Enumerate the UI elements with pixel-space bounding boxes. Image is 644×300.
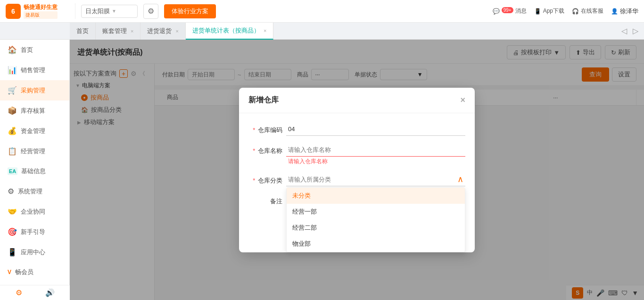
- name-label: * 仓库名称: [248, 143, 286, 155]
- sidebar: 🏠 首页 📊 销售管理 🛒 采购管理 📦 库存核算 💰 资金管理 📋 经营管理 …: [0, 40, 70, 300]
- category-input[interactable]: [288, 174, 455, 185]
- bottom-bar: ⚙ 🔊: [0, 285, 70, 300]
- category-field: ∧ 未分类 经营一部 经营二部 物业部: [286, 173, 465, 186]
- tab-prev-icon[interactable]: ◁: [619, 26, 629, 35]
- sidebar-item-app-center[interactable]: 📱 应用中心: [0, 242, 69, 262]
- app-logo-icon: 6: [6, 4, 21, 19]
- category-label: * 仓库分类: [248, 173, 286, 185]
- category-input-wrapper: ∧: [286, 173, 465, 186]
- logo-area: 6 畅捷通好生意 捷易版: [6, 3, 75, 19]
- inventory-icon: 📦: [8, 106, 17, 115]
- message-button[interactable]: 💬 99+ 消息: [493, 7, 527, 15]
- name-error-tip: 请输入仓库名称: [286, 158, 465, 166]
- main-layout: 🏠 首页 📊 销售管理 🛒 采购管理 📦 库存核算 💰 资金管理 📋 经营管理 …: [0, 40, 644, 300]
- store-selector-arrow: ▼: [112, 8, 116, 14]
- user-icon: 👤: [611, 8, 618, 15]
- app-center-icon: 📱: [8, 248, 17, 257]
- settings-button[interactable]: ⚙: [143, 4, 158, 19]
- app-badge: 捷易版: [24, 11, 58, 19]
- required-mark-code: *: [253, 126, 255, 133]
- purchase-icon: 🛒: [8, 86, 17, 95]
- sidebar-item-purchase[interactable]: 🛒 采购管理: [0, 80, 69, 100]
- sidebar-item-vip[interactable]: V 畅会员: [0, 262, 69, 282]
- tab-accounts-close[interactable]: ×: [131, 28, 133, 34]
- sidebar-item-guide[interactable]: 🎯 新手引导: [0, 222, 69, 242]
- store-name: 日太阳膜: [85, 7, 110, 16]
- online-service-button[interactable]: 🎧 在线客服: [572, 7, 603, 15]
- sidebar-vip-label: 畅会员: [15, 268, 33, 276]
- dropdown-item-2[interactable]: 经营二部: [287, 220, 465, 236]
- tab-next-icon[interactable]: ▷: [631, 26, 640, 35]
- name-input[interactable]: [286, 143, 465, 157]
- tab-home[interactable]: 首页: [70, 23, 96, 40]
- sidebar-system-label: 系统管理: [18, 187, 42, 196]
- code-field: [286, 123, 465, 136]
- sales-icon: 📊: [8, 66, 17, 75]
- modal-body: * 仓库编码 * 仓库名称: [239, 113, 475, 224]
- modal-overlay: 新增仓库 × * 仓库编码: [70, 40, 644, 300]
- tab-accounts-label: 账套管理: [102, 27, 127, 35]
- cooperation-icon: 🤝: [8, 207, 17, 216]
- sidebar-operation-label: 经营管理: [21, 147, 45, 156]
- tab-bar: 首页 账套管理 × 进货退货 × 进货单统计表（按商品） × ◁ ▷: [0, 23, 644, 40]
- sidebar-sales-label: 销售管理: [21, 66, 45, 75]
- sidebar-item-cooperation[interactable]: 🤝 企业协同: [0, 201, 69, 222]
- dropdown-item-0[interactable]: 未分类: [287, 188, 465, 204]
- form-row-category: * 仓库分类 ∧ 未分类 经营一部 经: [248, 173, 465, 186]
- sidebar-cooperation-label: 企业协同: [21, 208, 45, 216]
- top-header: 6 畅捷通好生意 捷易版 日太阳膜 ▼ ⚙ 体验行业方案 💬 99+ 消息 📱 …: [0, 0, 644, 23]
- home-icon: 🏠: [8, 45, 17, 54]
- user-name: 徐泽华: [620, 7, 638, 16]
- sidebar-item-system[interactable]: ⚙ 系统管理: [0, 181, 69, 201]
- app-name-block: 畅捷通好生意 捷易版: [24, 3, 58, 19]
- tab-purchase-stats-label: 进货单统计表（按商品）: [192, 26, 260, 35]
- required-mark-category: *: [253, 177, 255, 184]
- phone-icon: 📱: [534, 8, 541, 15]
- sidebar-home-label: 首页: [21, 46, 33, 54]
- headset-icon: 🎧: [572, 8, 579, 15]
- tab-purchase-stats[interactable]: 进货单统计表（按商品） ×: [186, 23, 273, 40]
- tab-purchase-return-label: 进货退货: [147, 27, 172, 35]
- category-toggle-button[interactable]: ∧: [457, 174, 463, 184]
- sidebar-item-operation[interactable]: 📋 经营管理: [0, 141, 69, 161]
- name-field: 请输入仓库名称: [286, 143, 465, 166]
- form-row-code: * 仓库编码: [248, 123, 465, 136]
- sidebar-item-home[interactable]: 🏠 首页: [0, 40, 69, 60]
- gear-icon: ⚙: [148, 7, 154, 16]
- app-download-button[interactable]: 📱 App下载: [534, 7, 564, 15]
- code-input[interactable]: [286, 123, 465, 136]
- store-selector[interactable]: 日太阳膜 ▼: [81, 5, 138, 18]
- required-mark-name: *: [253, 147, 255, 154]
- app-download-label: App下载: [543, 7, 564, 15]
- bottom-volume-icon[interactable]: 🔊: [45, 288, 55, 297]
- bottom-settings-icon[interactable]: ⚙: [16, 288, 22, 297]
- sidebar-guide-label: 新手引导: [21, 228, 45, 236]
- category-dropdown: 未分类 经营一部 经营二部 物业部: [286, 187, 465, 252]
- sidebar-item-inventory[interactable]: 📦 库存核算: [0, 100, 69, 121]
- sidebar-app-center-label: 应用中心: [21, 248, 45, 257]
- header-right: 💬 99+ 消息 📱 App下载 🎧 在线客服 👤 徐泽华: [493, 7, 638, 16]
- modal-header: 新增仓库 ×: [239, 88, 475, 113]
- user-profile[interactable]: 👤 徐泽华: [611, 7, 638, 16]
- dropdown-item-1[interactable]: 经营一部: [287, 204, 465, 220]
- tab-purchase-return[interactable]: 进货退货 ×: [140, 23, 185, 40]
- form-row-name: * 仓库名称 请输入仓库名称: [248, 143, 465, 166]
- modal-title: 新增仓库: [248, 95, 279, 105]
- sidebar-item-sales[interactable]: 📊 销售管理: [0, 60, 69, 80]
- trial-button[interactable]: 体验行业方案: [164, 4, 216, 18]
- tab-bar-right: ◁ ▷: [619, 26, 644, 35]
- add-warehouse-modal: 新增仓库 × * 仓库编码: [239, 88, 475, 252]
- sidebar-inventory-label: 库存核算: [21, 107, 45, 115]
- tab-purchase-return-close[interactable]: ×: [175, 28, 178, 34]
- tab-purchase-stats-close[interactable]: ×: [264, 28, 266, 33]
- message-icon: 💬: [493, 8, 500, 15]
- sidebar-item-basic-info[interactable]: EA 基础信息: [0, 161, 69, 181]
- message-badge: 99+: [502, 7, 513, 13]
- basic-info-icon: EA: [8, 167, 17, 175]
- modal-close-button[interactable]: ×: [460, 96, 465, 104]
- dropdown-item-3[interactable]: 物业部: [287, 236, 465, 252]
- sidebar-item-finance[interactable]: 💰 资金管理: [0, 121, 69, 141]
- sidebar-basic-info-label: 基础信息: [21, 167, 46, 175]
- tab-accounts[interactable]: 账套管理 ×: [96, 23, 140, 40]
- tab-home-label: 首页: [76, 27, 89, 35]
